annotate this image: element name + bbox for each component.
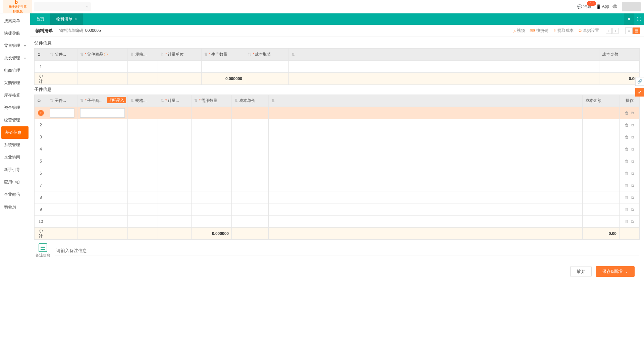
child-col-gear[interactable]: ⚙ bbox=[35, 95, 47, 107]
tab-bom[interactable]: 物料清单 × bbox=[50, 13, 83, 25]
parent-col-gear[interactable]: ⚙ bbox=[35, 49, 47, 61]
copy-row-icon[interactable]: ⧉ bbox=[631, 135, 634, 139]
scan-entry-button[interactable]: 扫码录入 bbox=[107, 97, 126, 103]
child-row[interactable]: 6🗑⧉ bbox=[35, 167, 640, 179]
rail-expand-icon[interactable]: ⤢ bbox=[635, 88, 644, 97]
parent-col-goods[interactable]: ⇅*父件商品ⓘ bbox=[77, 49, 128, 61]
child-row[interactable]: 10🗑⧉ bbox=[35, 216, 640, 228]
child-row[interactable]: 2🗑⧉ bbox=[35, 119, 640, 131]
child-row[interactable]: 7🗑⧉ bbox=[35, 179, 640, 191]
child-row[interactable]: 3🗑⧉ bbox=[35, 131, 640, 143]
sidebar-item[interactable]: 批发管理▾ bbox=[0, 52, 30, 64]
copy-row-icon[interactable]: ⧉ bbox=[631, 207, 634, 212]
sidebar-item[interactable]: 快捷导航 bbox=[0, 27, 30, 40]
remark-input[interactable] bbox=[55, 246, 639, 255]
delete-row-icon[interactable]: 🗑 bbox=[625, 219, 629, 224]
child-col-price[interactable]: ⇅成本单价 bbox=[232, 95, 269, 107]
sort-icon: ⇅ bbox=[80, 98, 84, 103]
child-row[interactable]: 4🗑⧉ bbox=[35, 143, 640, 155]
delete-row-icon[interactable]: 🗑 bbox=[625, 135, 629, 139]
discard-button[interactable]: 放弃 bbox=[570, 266, 592, 277]
child-row[interactable]: +🗑⧉ bbox=[35, 107, 640, 119]
org-selector[interactable] bbox=[34, 2, 91, 11]
parent-col-code[interactable]: ⇅父件... bbox=[47, 49, 77, 61]
tab-close-all-button[interactable]: ✕ bbox=[624, 13, 634, 25]
sidebar-item[interactable]: 零售管理▾ bbox=[0, 40, 30, 52]
sidebar-item[interactable]: 企业微信 bbox=[0, 188, 30, 201]
parent-col-cost-src[interactable]: ⇅*成本取值 bbox=[245, 49, 289, 61]
child-col-spec[interactable]: ⇅规格... bbox=[128, 95, 158, 107]
delete-row-icon[interactable]: 🗑 bbox=[625, 123, 629, 127]
tab-home[interactable]: 首页 bbox=[30, 13, 50, 25]
parent-row[interactable]: 1 bbox=[35, 61, 640, 73]
copy-row-icon[interactable]: ⧉ bbox=[631, 111, 634, 115]
gear-icon: ⚙ bbox=[37, 99, 41, 103]
sidebar-item[interactable]: 系统管理 bbox=[0, 139, 30, 151]
child-row[interactable]: 5🗑⧉ bbox=[35, 155, 640, 167]
delete-row-icon[interactable]: 🗑 bbox=[625, 147, 629, 152]
delete-row-icon[interactable]: 🗑 bbox=[625, 207, 629, 212]
next-doc-button[interactable]: › bbox=[612, 28, 619, 34]
sidebar-item[interactable]: 应用中心 bbox=[0, 176, 30, 188]
chat-icon: 💬 bbox=[577, 4, 582, 9]
child-col-code[interactable]: ⇅子件... bbox=[47, 95, 77, 107]
parent-col-spec[interactable]: ⇅规格... bbox=[128, 49, 158, 61]
copy-row-icon[interactable]: ⧉ bbox=[631, 183, 634, 188]
sidebar-item[interactable]: 搜索菜单 bbox=[0, 15, 30, 27]
child-col-qty[interactable]: ⇅*需用数量 bbox=[192, 95, 232, 107]
child-col-blank[interactable]: ⇅ bbox=[269, 95, 583, 107]
help-icon[interactable]: ⓘ bbox=[104, 52, 108, 56]
messages-button[interactable]: 💬 消息 99+ bbox=[577, 4, 591, 9]
delete-row-icon[interactable]: 🗑 bbox=[625, 111, 629, 115]
parent-col-qty[interactable]: ⇅*生产数量 bbox=[202, 49, 245, 61]
view-form-button[interactable]: ▤ bbox=[633, 27, 640, 34]
delete-row-icon[interactable]: 🗑 bbox=[625, 159, 629, 164]
parent-col-cost-amt[interactable]: 成本金额 bbox=[599, 49, 640, 61]
sidebar-item[interactable]: 新手引导 bbox=[0, 164, 30, 176]
child-goods-input[interactable] bbox=[80, 108, 125, 118]
delete-row-icon[interactable]: 🗑 bbox=[625, 171, 629, 176]
save-add-button[interactable]: 保存&新增⌄ bbox=[596, 266, 635, 277]
copy-row-icon[interactable]: ⧉ bbox=[631, 171, 634, 176]
parent-col-unit[interactable]: ⇅*计量单位 bbox=[158, 49, 202, 61]
delete-row-icon[interactable]: 🗑 bbox=[625, 183, 629, 188]
app-download-button[interactable]: 📱 App下载 bbox=[596, 4, 617, 9]
form-footer: 放弃 保存&新增⌄ bbox=[34, 262, 640, 281]
child-row[interactable]: 8🗑⧉ bbox=[35, 191, 640, 203]
copy-row-icon[interactable]: ⧉ bbox=[631, 147, 634, 152]
sidebar-item[interactable]: 企业协同 bbox=[0, 151, 30, 164]
doc-setting-link[interactable]: ⚙单据设置 bbox=[578, 28, 599, 34]
sidebar-item[interactable]: 采购管理 bbox=[0, 77, 30, 89]
sort-icon: ⇅ bbox=[234, 98, 238, 103]
delete-row-icon[interactable]: 🗑 bbox=[625, 195, 629, 200]
view-list-button[interactable]: ≡ bbox=[625, 27, 633, 34]
sidebar-item[interactable]: 基础信息 bbox=[1, 126, 29, 139]
sidebar: 搜索菜单快捷导航零售管理▾批发管理▾电商管理采购管理库存核算资金管理经营管理基础… bbox=[0, 13, 30, 362]
user-avatar[interactable] bbox=[622, 2, 641, 11]
parent-col-unit-label: 计量单位 bbox=[168, 52, 184, 57]
sort-icon: ⇅ bbox=[204, 52, 208, 57]
child-col-unit[interactable]: ⇅*计量... bbox=[158, 95, 192, 107]
parent-col-blank[interactable]: ⇅ bbox=[289, 49, 599, 61]
sidebar-item[interactable]: 经营管理 bbox=[0, 114, 30, 126]
sidebar-item[interactable]: 畅会员 bbox=[0, 201, 30, 213]
extract-cost-link[interactable]: ⇪提取成本 bbox=[553, 28, 574, 34]
child-code-input[interactable] bbox=[50, 108, 74, 118]
child-row[interactable]: 9🗑⧉ bbox=[35, 203, 640, 216]
copy-row-icon[interactable]: ⧉ bbox=[631, 159, 634, 164]
sidebar-item[interactable]: 库存核算 bbox=[0, 89, 30, 102]
child-col-cost-amt[interactable]: 成本金额 bbox=[583, 95, 620, 107]
child-col-goods[interactable]: ⇅*子件商...扫码录入 bbox=[77, 95, 128, 107]
video-help-link[interactable]: ▷视频 bbox=[513, 28, 525, 34]
copy-row-icon[interactable]: ⧉ bbox=[631, 219, 634, 224]
shortcut-link[interactable]: ⌨快捷键 bbox=[530, 28, 548, 34]
copy-row-icon[interactable]: ⧉ bbox=[631, 123, 634, 127]
rail-link-icon[interactable]: 🔗 bbox=[635, 77, 644, 86]
add-row-button[interactable]: + bbox=[38, 110, 44, 116]
sidebar-item[interactable]: 资金管理 bbox=[0, 102, 30, 114]
fullscreen-button[interactable]: ⛶ bbox=[634, 13, 644, 25]
copy-row-icon[interactable]: ⧉ bbox=[631, 195, 634, 200]
sidebar-item[interactable]: 电商管理 bbox=[0, 64, 30, 77]
close-icon[interactable]: × bbox=[74, 17, 77, 21]
prev-doc-button[interactable]: ‹ bbox=[606, 28, 612, 34]
